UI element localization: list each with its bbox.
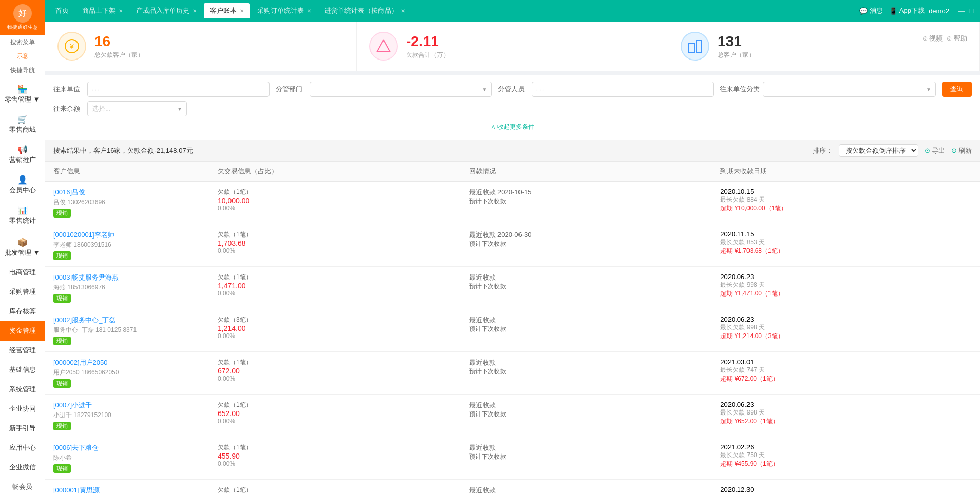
sidebar-item-label: 零售商城 bbox=[9, 125, 36, 134]
overdue-link[interactable]: 超期 ¥1,471.00（1笔） bbox=[720, 289, 972, 298]
customer-name[interactable]: [0007]小进千 bbox=[53, 401, 218, 410]
tab-home[interactable]: 首页 bbox=[49, 3, 75, 18]
from-unit-label: 往来单位 bbox=[53, 85, 84, 94]
sidebar-item-enterprise[interactable]: 企业协同 bbox=[0, 399, 45, 419]
user-avatar[interactable]: demo2 bbox=[931, 3, 947, 19]
from-unit-input[interactable]: ··· bbox=[87, 82, 270, 97]
debt-info-cell: 欠款（1笔） 652.00 0.00% bbox=[218, 401, 469, 430]
overdue-link[interactable]: 超期 ¥672.00（1笔） bbox=[720, 374, 972, 383]
col-collection: 回款情况 bbox=[469, 167, 721, 176]
tab-close-icon[interactable]: ✕ bbox=[240, 8, 244, 14]
tab-account[interactable]: 客户账本 ✕ bbox=[204, 3, 250, 18]
stat-help-buttons: ⊙ 视频 ⊙ 帮助 bbox=[923, 32, 967, 43]
overdue-link[interactable]: 超期 ¥652.00（1笔） bbox=[720, 417, 972, 426]
balance-arrow-icon: ▼ bbox=[177, 106, 182, 112]
customer-name[interactable]: [0003]畅捷服务尹海燕 bbox=[53, 273, 218, 282]
stat-debt-amount: -2.11 欠款合计（万） bbox=[357, 22, 668, 71]
debt-info-cell: 欠款（1笔） 1,471.00 0.00% bbox=[218, 273, 469, 303]
overdue-cell: 2021.02.26 最长欠款 750 天 超期 ¥455.90（1笔） bbox=[720, 443, 972, 473]
col-customer-info: 客户信息 bbox=[53, 167, 218, 176]
col-overdue-date: 到期未收款日期 bbox=[720, 167, 972, 176]
tab-history[interactable]: 产成品入库单历史 ✕ bbox=[130, 3, 203, 18]
help-button[interactable]: ⊙ 帮助 bbox=[947, 34, 967, 43]
refresh-button[interactable]: ⊙ 刷新 bbox=[951, 146, 972, 155]
balance-input[interactable]: 选择... ▼ bbox=[87, 101, 187, 116]
sidebar-item-wechat[interactable]: 企业微信 bbox=[0, 458, 45, 477]
debt-info-cell: 欠款（1笔） 672.00 0.00% bbox=[218, 358, 469, 388]
collection-cell: 最近收款 2020-06-30 预计下次收款 bbox=[469, 230, 721, 260]
customer-tag: 现销 bbox=[53, 464, 71, 473]
dept-label: 分管部门 bbox=[276, 85, 306, 94]
sidebar-item-retail-mgmt[interactable]: 🏪 零售管理 ▼ bbox=[0, 79, 45, 109]
tab-purchase[interactable]: 进货单统计表（按商品） ✕ bbox=[318, 3, 411, 18]
sidebar-item-system[interactable]: 系统管理 bbox=[0, 380, 45, 399]
unit-class-arrow-icon: ▼ bbox=[926, 87, 931, 92]
sidebar-item-wholesale[interactable]: 📦 批发管理 ▼ bbox=[0, 232, 45, 263]
sort-select[interactable]: 按欠款金额倒序排序 bbox=[839, 144, 918, 157]
message-button[interactable]: 💬 消息 bbox=[859, 6, 883, 15]
table-row: [000002]用户2050 用户2050 18665062050 现销 欠款（… bbox=[45, 352, 980, 395]
customer-tag: 现销 bbox=[53, 422, 71, 430]
customer-contact: 李老师 18600391516 bbox=[53, 241, 218, 249]
table-row: [0002]服务中心_丁磊 服务中心_丁磊 181 0125 8371 现销 欠… bbox=[45, 309, 980, 352]
sidebar-item-finance[interactable]: 资金管理 bbox=[0, 321, 45, 341]
dept-input[interactable]: ▼ bbox=[310, 82, 492, 97]
export-button[interactable]: ⊙ 导出 bbox=[925, 146, 945, 155]
sidebar-item-basic[interactable]: 基础信息 bbox=[0, 360, 45, 380]
col-debt-info: 欠交易信息（占比） bbox=[218, 167, 469, 176]
member-icon: 👤 bbox=[17, 175, 28, 185]
sidebar-item-ecommerce[interactable]: 电商管理 bbox=[0, 263, 45, 282]
tab-close-icon[interactable]: ✕ bbox=[193, 8, 197, 14]
sidebar-item-inventory[interactable]: 库存核算 bbox=[0, 302, 45, 321]
table-row: [0001020001]李老师 李老师 18600391516 现销 欠款（1笔… bbox=[45, 224, 980, 267]
customer-name[interactable]: [0002]服务中心_丁磊 bbox=[53, 315, 218, 325]
stat-total-customers-info: 131 总客户（家） bbox=[718, 33, 755, 60]
sidebar-item-marketing[interactable]: 📢 营销推广 bbox=[0, 140, 45, 170]
app-logo-icon[interactable]: 好 bbox=[13, 4, 32, 23]
sidebar-item-member[interactable]: 👤 会员中心 bbox=[0, 170, 45, 200]
tab-close-icon[interactable]: ✕ bbox=[401, 8, 405, 14]
sort-label: 排序： bbox=[813, 146, 833, 155]
tab-close-icon[interactable]: ✕ bbox=[119, 8, 123, 14]
customer-name[interactable]: [0001020001]李老师 bbox=[53, 230, 218, 240]
overdue-link[interactable]: 超期 ¥1,214.00（3笔） bbox=[720, 332, 972, 341]
overdue-link[interactable]: 超期 ¥1,703.68（1笔） bbox=[720, 247, 972, 255]
customer-tag: 现销 bbox=[53, 251, 71, 260]
refresh-icon: ⊙ bbox=[951, 147, 957, 154]
minimize-button[interactable]: — bbox=[957, 7, 966, 15]
tab-products[interactable]: 商品上下架 ✕ bbox=[76, 3, 129, 18]
customer-name[interactable]: [000001]黄思源 bbox=[53, 486, 218, 493]
sidebar-item-vip[interactable]: 畅会员 bbox=[0, 477, 45, 493]
search-menu-button[interactable]: 搜索菜单 bbox=[0, 35, 45, 50]
unit-class-input[interactable]: ▼ bbox=[763, 82, 936, 97]
customer-tag: 现销 bbox=[53, 337, 71, 345]
tab-order[interactable]: 采购订单统计表 ✕ bbox=[251, 3, 317, 18]
sidebar-item-label: 畅会员 bbox=[12, 482, 32, 491]
overdue-link[interactable]: 超期 ¥10,000.00（1笔） bbox=[720, 204, 972, 213]
customer-name[interactable]: [000002]用户2050 bbox=[53, 358, 218, 367]
collapse-button[interactable]: ∧ 收起更多条件 bbox=[53, 121, 972, 133]
search-button[interactable]: 查询 bbox=[942, 82, 972, 97]
person-input[interactable]: ··· bbox=[532, 82, 714, 97]
message-icon: 💬 bbox=[859, 7, 868, 15]
customer-name[interactable]: [0006]去下粮仓 bbox=[53, 443, 218, 452]
person-label: 分管人员 bbox=[498, 85, 529, 94]
sidebar-logo: 好 畅捷通好生意 bbox=[0, 0, 45, 35]
customer-contact: 小进千 18279152100 bbox=[53, 411, 218, 420]
sidebar-item-retail-stat[interactable]: 📊 零售统计 bbox=[0, 200, 45, 230]
overdue-link[interactable]: 超期 ¥455.90（1笔） bbox=[720, 460, 972, 468]
video-help-button[interactable]: ⊙ 视频 bbox=[923, 34, 943, 43]
tab-close-icon[interactable]: ✕ bbox=[307, 8, 311, 14]
sidebar-item-newbie[interactable]: 新手引导 bbox=[0, 419, 45, 438]
app-download-button[interactable]: 📱 App下载 bbox=[889, 6, 925, 15]
debt-info-cell: 欠款（1笔） 455.90 0.00% bbox=[218, 443, 469, 473]
sidebar-item-label: 企业微信 bbox=[9, 463, 36, 472]
sidebar-item-retail-mall[interactable]: 🛒 零售商城 bbox=[0, 109, 45, 140]
maximize-button[interactable]: □ bbox=[968, 7, 976, 15]
sidebar-item-apps[interactable]: 应用中心 bbox=[0, 438, 45, 458]
sidebar-item-purchase[interactable]: 采购管理 bbox=[0, 282, 45, 302]
debt-customers-value: 16 bbox=[94, 33, 144, 50]
sidebar-item-operation[interactable]: 经营管理 bbox=[0, 341, 45, 360]
debt-info-cell: 欠款（1笔） 429.00 0.00% bbox=[218, 486, 469, 493]
customer-name[interactable]: [0016]吕俊 bbox=[53, 188, 218, 197]
